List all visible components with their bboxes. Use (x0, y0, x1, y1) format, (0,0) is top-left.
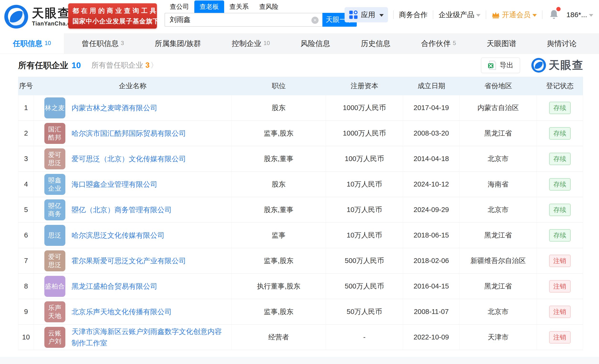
row-number-cell: 3 (18, 146, 34, 171)
status-cell: 存续 (537, 172, 583, 197)
nav-item-enterprise[interactable]: 企业级产品 (439, 10, 480, 20)
export-button[interactable]: 导出 (481, 57, 520, 73)
capital-cell: 500万人民币 (326, 248, 403, 273)
status-cell: 注销 (537, 325, 583, 350)
table-row: 3爱可思泛爱可思泛（北京）文化传媒有限公司股东,董事100万人民币2014-04… (18, 146, 583, 172)
status-cell: 注销 (537, 299, 583, 324)
former-positions-link[interactable]: 所有曾任职企业3〉 (91, 60, 158, 70)
page-tab-3[interactable]: 所属集团/族群 (142, 33, 214, 54)
date-cell: 2018-06-15 (403, 223, 460, 248)
position-cell: 监事,股东 (231, 248, 326, 273)
company-logo-tile: 曌亿商务 (44, 199, 65, 220)
search-tab-1[interactable]: 查公司 (165, 0, 194, 13)
page-tab-label: 历史信息 (361, 39, 390, 49)
company-logo-tile: 国汇酷邦 (44, 123, 65, 144)
date-cell: 2016-04-15 (403, 274, 460, 299)
company-logo-tile: 乐声天地 (44, 301, 65, 322)
apps-menu[interactable]: 应用 (344, 7, 388, 22)
capital-cell: 1000万人民币 (326, 121, 403, 146)
search-block: 查公司查老板查关系查风险 × 天眼一下 (165, 1, 357, 27)
province-cell: 黑龙江省 (460, 274, 537, 299)
nav-divider (433, 10, 433, 19)
enterprise-label: 企业级产品 (439, 10, 474, 20)
apps-caret-icon (379, 14, 384, 17)
search-tab-2[interactable]: 查老板 (194, 0, 224, 13)
vip-label: 开通会员 (502, 10, 530, 20)
company-logo-text: 企业 (48, 184, 62, 193)
status-cell: 注销 (537, 248, 583, 273)
page-tab-4[interactable]: 控制企业10 (219, 33, 283, 54)
province-cell: 黑龙江省 (460, 121, 537, 146)
page-tab-6[interactable]: 历史信息 (348, 33, 403, 54)
company-name-link[interactable]: 天津市滨海新区云账户刘雨鑫数字文化创意内容制作工作室 (71, 326, 224, 349)
company-cell: 盛柏合黑龙江盛柏合贸易有限公司 (34, 274, 231, 299)
row-number-cell: 4 (18, 172, 34, 197)
date-cell: 2008-03-20 (403, 121, 460, 146)
table-row: 4曌鑫企业海口曌鑫企业管理有限公司股东10万人民币2024-10-12海南省存续 (18, 172, 583, 197)
page-tab-1[interactable]: 任职信息10 (0, 33, 64, 54)
table-row: 5曌亿商务曌亿（北京）商务管理有限公司股东,董事10万人民币2024-09-29… (18, 197, 583, 223)
toolbar-right: 导出 天眼查 (481, 57, 584, 73)
province-cell: 北京市 (460, 197, 537, 222)
position-cell: 监事 (231, 223, 326, 248)
vip-upgrade[interactable]: 开通会员 (492, 10, 537, 20)
company-logo-tile: 爱可思泛 (44, 250, 65, 271)
status-badge: 注销 (549, 306, 571, 318)
capital-cell: - (326, 325, 403, 350)
page-tab-2[interactable]: 曾任职信息3 (69, 33, 137, 54)
status-cell: 存续 (537, 146, 583, 171)
tianyancha-swirl-icon (4, 4, 29, 29)
notifications-bell[interactable] (549, 9, 559, 21)
status-cell: 注销 (537, 274, 583, 299)
status-badge: 注销 (549, 280, 571, 293)
company-name-link[interactable]: 爱可思泛（北京）文化传媒有限公司 (71, 153, 186, 165)
row-number-cell: 1 (18, 95, 34, 120)
company-logo-tile: 林之麦 (44, 97, 65, 119)
company-logo-text: 户刘 (48, 337, 62, 345)
company-name-link[interactable]: 海口曌鑫企业管理有限公司 (71, 179, 157, 190)
page-tab-9[interactable]: 舆情讨论 (534, 33, 590, 54)
company-logo-tile: 云账户刘 (44, 327, 65, 348)
phone-number: 186*... (566, 11, 587, 19)
company-logo-tile: 曌鑫企业 (44, 174, 65, 195)
company-logo-text: 曌亿 (48, 202, 62, 210)
company-name-link[interactable]: 哈尔滨思泛文化传媒有限公司 (71, 230, 165, 241)
company-name-link[interactable]: 北京乐声天地文化传播有限公司 (71, 306, 172, 318)
clear-search-icon[interactable]: × (311, 17, 318, 24)
search-input[interactable] (170, 16, 303, 24)
company-cell: 林之麦内蒙古林之麦啤酒有限公司 (34, 95, 231, 120)
company-cell: 爱可思泛霍尔果斯爱可思泛文化产业有限公司 (34, 248, 231, 273)
column-header-6: 省份地区 (460, 81, 537, 91)
date-cell: 2018-02-06 (403, 248, 460, 273)
page-tab-7[interactable]: 合作伙伴5 (408, 33, 469, 54)
status-badge: 注销 (549, 255, 571, 267)
page-tab-5[interactable]: 风险信息 (288, 33, 343, 54)
province-cell: 海南省 (460, 172, 537, 197)
search-tab-4[interactable]: 查风险 (254, 0, 284, 13)
company-name-link[interactable]: 霍尔果斯爱可思泛文化产业有限公司 (71, 255, 186, 267)
banner-line2: 国家中小企业发展子基金旗下机构 (72, 17, 153, 25)
table-header-row: 序号企业名称职位注册资本成立日期省份地区登记状态 (18, 77, 583, 95)
company-name-link[interactable]: 黑龙江盛柏合贸易有限公司 (71, 281, 157, 292)
capital-cell: 50万人民币 (326, 299, 403, 324)
company-logo-text: 思泛 (48, 231, 62, 239)
row-number-cell: 7 (18, 248, 34, 273)
province-cell: 北京市 (460, 146, 537, 171)
row-number-cell: 9 (18, 299, 34, 324)
date-cell: 2024-10-12 (403, 172, 460, 197)
page-tab-label: 合作伙伴 (421, 39, 451, 49)
apps-grid-icon (349, 10, 358, 19)
capital-cell: 10万人民币 (326, 197, 403, 222)
banner-line1: 都在用的商业查询工具 (72, 6, 153, 15)
company-name-link[interactable]: 内蒙古林之麦啤酒有限公司 (71, 102, 157, 114)
company-name-link[interactable]: 哈尔滨市国汇酷邦国际贸易有限公司 (71, 128, 186, 139)
search-tab-3[interactable]: 查关系 (224, 0, 254, 13)
company-name-link[interactable]: 曌亿（北京）商务管理有限公司 (71, 204, 172, 216)
account-phone[interactable]: 186*... (566, 11, 593, 19)
company-logo-tile: 盛柏合 (44, 276, 65, 297)
nav-item-business[interactable]: 商务合作 (399, 10, 428, 20)
page-tab-8[interactable]: 天眼图谱 (474, 33, 529, 54)
company-logo-text: 林之麦 (45, 104, 65, 112)
status-badge: 存续 (549, 204, 571, 216)
status-badge: 存续 (549, 178, 571, 191)
